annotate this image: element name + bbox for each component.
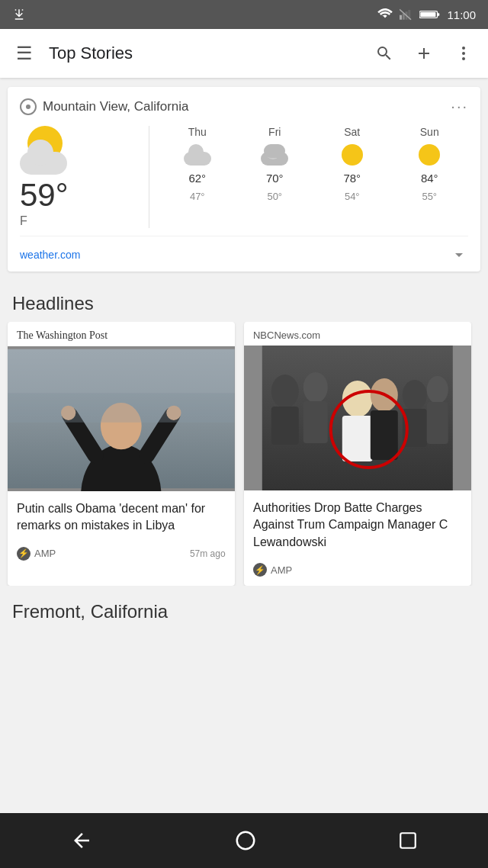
recent-apps-button[interactable]: [398, 831, 418, 850]
location-text: Mountain View, California: [43, 99, 189, 114]
forecast-high-fri: 70°: [266, 172, 284, 185]
amp-badge-2: ⚡ AMP: [253, 563, 292, 577]
wifi-icon: [377, 8, 393, 21]
svg-point-23: [303, 372, 328, 403]
home-icon: [234, 829, 257, 852]
status-bar-right: 11:00: [377, 8, 476, 21]
forecast-day-thu: Thu 62° 47°: [184, 126, 211, 202]
news-card-1[interactable]: The Washington Post: [8, 322, 235, 586]
back-icon: [70, 829, 93, 852]
news-card-source-2: NBCNews.com: [244, 322, 471, 346]
news-card-title-2: Authorities Drop Batte Charges Against T…: [244, 490, 471, 557]
svg-rect-6: [438, 13, 440, 16]
forecast-day-sat: Sat 78° 54°: [339, 126, 366, 202]
news-card-source-1: The Washington Post: [8, 322, 235, 346]
news-card-footer-2: ⚡ AMP: [244, 557, 471, 586]
news-cards-container: The Washington Post: [0, 322, 488, 586]
page-title: Top Stories: [49, 43, 360, 63]
news-card-image-2: [244, 346, 471, 490]
amp-label-1: AMP: [34, 548, 56, 559]
svg-point-27: [427, 376, 448, 403]
weather-card: Mountain View, California ··· 59° F Thu …: [8, 87, 480, 272]
weather-body: 59° F Thu 62° 47° Fri 70°: [20, 126, 468, 228]
weather-location-row: Mountain View, California ···: [20, 98, 468, 115]
forecast-high-thu: 62°: [188, 172, 206, 185]
forecast-icon-sat: [339, 144, 366, 166]
location-more-button[interactable]: ···: [451, 98, 468, 115]
forecast-day-name: Thu: [188, 126, 207, 138]
add-icon: [415, 44, 433, 63]
amp-icon-1: ⚡: [17, 547, 30, 561]
headlines-section-header: Headlines: [0, 281, 488, 322]
status-bar-left: [12, 8, 26, 21]
forecast-high-sun: 84°: [421, 172, 438, 185]
forecast-day-sun: Sun 84° 55°: [416, 126, 443, 202]
svg-point-25: [403, 380, 427, 410]
svg-rect-0: [400, 15, 402, 20]
fremont-section-header: Fremont, California: [0, 586, 488, 632]
more-icon: [454, 44, 473, 63]
current-temp: 59°: [20, 179, 69, 211]
time-display: 11:00: [447, 8, 476, 21]
current-weather-icon: [20, 126, 81, 175]
add-button[interactable]: [412, 41, 436, 66]
svg-point-9: [462, 52, 465, 55]
search-button[interactable]: [372, 41, 396, 66]
weather-forecast: Thu 62° 47° Fri 70° 50° Sat: [149, 126, 468, 202]
recent-apps-icon: [398, 831, 418, 850]
forecast-day-name: Fri: [268, 126, 281, 138]
weather-footer: weather.com: [20, 236, 468, 272]
svg-point-8: [462, 47, 465, 50]
svg-rect-7: [421, 12, 436, 17]
forecast-icon-thu: [184, 144, 211, 166]
forecast-day-fri: Fri 70° 50°: [261, 126, 288, 202]
menu-button[interactable]: ☰: [12, 41, 37, 66]
location-icon: [20, 98, 37, 115]
news-card-image-1: [8, 346, 235, 491]
amp-badge-1: ⚡ AMP: [17, 547, 56, 561]
svg-rect-28: [427, 402, 448, 444]
svg-point-34: [237, 832, 255, 850]
home-button[interactable]: [234, 829, 257, 852]
current-unit: F: [20, 214, 27, 228]
back-button[interactable]: [70, 829, 93, 852]
battery-icon: [419, 9, 441, 20]
svg-rect-19: [8, 393, 235, 422]
current-weather: 59° F: [20, 126, 149, 228]
app-bar-actions: [372, 41, 476, 66]
forecast-day-name: Sat: [344, 126, 360, 138]
forecast-low-fri: 50°: [267, 191, 282, 202]
app-bar: ☰ Top Stories: [0, 29, 488, 78]
chevron-down-icon: [450, 246, 468, 264]
forecast-low-sun: 55°: [422, 191, 437, 202]
svg-point-10: [462, 57, 465, 60]
svg-rect-22: [271, 407, 299, 445]
svg-rect-30: [342, 416, 373, 461]
forecast-day-name: Sun: [420, 126, 439, 138]
news-card-title-1: Putin calls Obama 'decent man' for remar…: [8, 491, 235, 541]
forecast-high-sat: 78°: [343, 172, 361, 185]
svg-rect-18: [8, 349, 235, 394]
amp-label-2: AMP: [271, 564, 292, 576]
signal-icon: [400, 8, 413, 21]
svg-point-21: [271, 375, 299, 408]
svg-rect-32: [371, 410, 398, 460]
svg-rect-35: [400, 833, 416, 848]
more-button[interactable]: [451, 41, 476, 66]
hamburger-icon: ☰: [16, 44, 33, 63]
forecast-low-sat: 54°: [345, 191, 360, 202]
status-bar: 11:00: [0, 0, 488, 29]
forecast-low-thu: 47°: [190, 191, 205, 202]
weather-source-link[interactable]: weather.com: [20, 249, 80, 261]
news-card-footer-1: ⚡ AMP 57m ago: [8, 541, 235, 570]
news-time-1: 57m ago: [190, 548, 226, 559]
search-icon: [375, 44, 393, 63]
news-card-2[interactable]: NBCNews.com: [244, 322, 471, 586]
amp-icon-2: ⚡: [253, 563, 267, 577]
forecast-icon-sun: [416, 144, 443, 166]
bottom-nav: [0, 813, 488, 868]
download-icon: [12, 8, 26, 21]
forecast-icon-fri: [261, 144, 288, 166]
weather-expand-button[interactable]: [450, 246, 468, 264]
svg-rect-24: [303, 401, 328, 443]
